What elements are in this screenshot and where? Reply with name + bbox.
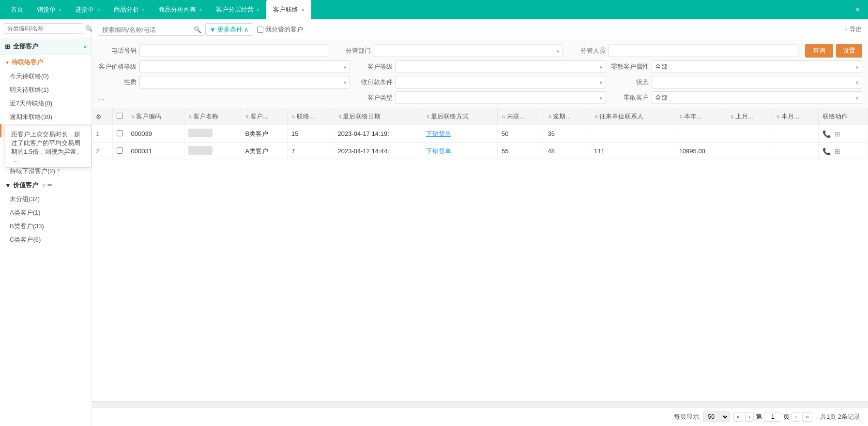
col-overdue[interactable]: 逾期... [544,108,590,125]
retail-select[interactable]: 全部 ∨ [652,91,862,104]
group-pending-contact[interactable]: ▼ 待联络客户 [0,55,91,70]
per-page-label: 每页显示 [674,412,699,421]
nav-sales[interactable]: 销货单 × [30,0,68,19]
filter-person: 分管人员 ··· [567,44,797,57]
first-page-btn[interactable]: « [733,412,744,422]
help-icon-declining[interactable]: ? [57,168,60,174]
sidebar-collapse-btn[interactable]: » [84,44,87,49]
window-close[interactable]: × [851,5,864,15]
select-all-checkbox[interactable] [117,113,123,119]
filter-row-4: ... 客户类型 ∨ 零散客户 全部 ∨ [98,91,862,104]
row-2-last-date: 2023-04-12 14:44: [334,143,422,160]
status-select[interactable]: ∨ [652,76,862,88]
filter-row-1: 电话号码 分管部门 ∨ 分管人员 ··· [98,44,862,58]
sidebar-item-tomorrow[interactable]: 明天待联络(1) [0,83,91,97]
payment-select[interactable]: ∨ [396,76,606,88]
row-1-check[interactable] [117,130,123,136]
prev-page-btn[interactable]: ‹ [745,412,754,422]
row-2-check[interactable] [117,147,123,154]
sidebar-all-customers[interactable]: ⊞ 全部客户 » [0,38,91,55]
col-code[interactable]: 客户编码 [127,108,184,125]
sidebar-item-overdue[interactable]: 逾期未联络(30) [0,110,91,124]
page-input[interactable] [764,412,781,422]
col-type[interactable]: 客户... [241,108,288,125]
nav-customer-tier[interactable]: 客户分层经营 × [209,0,266,19]
per-page-select[interactable]: 20 50 100 [703,411,730,422]
row-1-more-icon[interactable]: ⊞ [835,130,840,138]
gender-select[interactable]: ∨ [139,76,350,88]
settings-button[interactable]: 设置 [836,44,862,58]
my-customer-checkbox[interactable]: 我分管的客户 [257,25,303,34]
sidebar-item-ungroup[interactable]: 未分组(32) [0,192,91,206]
query-button[interactable]: 查询 [805,44,833,58]
row-1-last-date: 2023-04-17 14:19: [334,125,422,143]
nav-purchase[interactable]: 进货单 × [68,0,107,19]
arrow-icon: ▼ [5,60,10,65]
col-settings[interactable]: ⚙ [92,108,112,125]
col-unread[interactable]: 未联... [498,108,544,125]
close-purchase[interactable]: × [97,7,100,13]
close-sales[interactable]: × [59,7,61,13]
next-page-btn[interactable]: › [792,412,800,422]
tooltip-box: 距客户上次交易时长，超过了此客户的平均交易周期的1.5倍，则视为异常。 ... [5,126,91,168]
col-this-month[interactable]: 本月... [772,108,819,125]
close-customer-tier[interactable]: × [257,7,259,13]
retail-attr-select[interactable]: 全部 ∨ [652,60,862,73]
horizontal-scrollbar[interactable] [92,401,868,407]
col-this-year[interactable]: 本年... [675,108,726,125]
settings-icon-value[interactable]: ✏ [47,182,52,189]
sidebar-item-b-class[interactable]: B类客户(33) [0,220,91,233]
nav-customer-contact[interactable]: 客户联络 × [266,0,311,19]
last-page-btn[interactable]: » [802,412,812,422]
filter-row-3: 性质 ∨ 收付款条件 ∨ 状态 [98,76,862,88]
tooltip-more[interactable]: ... [13,156,18,163]
close-product-list[interactable]: × [199,7,202,13]
customer-table: ⚙ 客户编码 客户名称 客户... 联络... 最后联络日期 最后联络方式 未联… [92,108,868,160]
nav-product-analysis[interactable]: 商品分析 × [107,0,152,19]
level-select[interactable]: ∨ [396,60,606,73]
filter-dots[interactable]: ... [98,93,104,102]
sidebar-item-c-class[interactable]: C类客户(6) [0,233,91,247]
category-search-input[interactable] [4,23,83,34]
close-product-analysis[interactable]: × [142,7,145,13]
row-2-method-link[interactable]: 下销货单 [426,147,451,155]
table-settings-icon[interactable]: ⚙ [96,113,102,120]
close-customer-contact[interactable]: × [301,7,304,13]
row-2-last-method: 下销货单 [422,143,497,160]
person-select[interactable]: ··· [609,44,797,57]
sidebar-item-7days[interactable]: 近7天待联络(0) [0,97,91,110]
row-2-checkbox [112,143,127,160]
sidebar-search-icon[interactable]: 🔍 [85,25,92,32]
row-1-method-link[interactable]: 下销货单 [426,130,451,137]
main-search-input[interactable] [98,24,204,36]
row-1-contact-person [590,125,675,143]
export-button[interactable]: ↑ 导出 [845,25,863,34]
row-2-unread: 55 [498,143,544,160]
sidebar-item-a-class[interactable]: A类客户(1) [0,206,91,220]
customer-type-select[interactable]: ∨ [396,91,606,104]
col-last-month[interactable]: 上月... [726,108,772,125]
filter-area: 电话号码 分管部门 ∨ 分管人员 ··· [92,40,868,108]
price-select[interactable]: ∨ [139,60,350,73]
edit-icon-value[interactable]: ○ [42,182,46,189]
col-contact[interactable]: 联络... [288,108,334,125]
main-search-icon[interactable]: 🔍 [194,26,201,33]
row-2-phone-icon[interactable]: 📞 [822,147,831,155]
row-1-phone-icon[interactable]: 📞 [822,130,831,138]
group-value-customer[interactable]: ▼ 价值客户 ○ ✏ [0,178,91,192]
filter-customer-type: 客户类型 ∨ [354,91,606,104]
col-name[interactable]: 客户名称 [184,108,241,125]
status-arrow: ∨ [855,80,859,85]
row-2-code: 000031 [127,143,184,160]
col-last-date[interactable]: 最后联络日期 [334,108,422,125]
col-contact-person[interactable]: 往来单位联系人 [590,108,675,125]
more-conditions-btn[interactable]: ▼ 更多条件 ∧ [205,23,253,36]
dept-select[interactable]: ∨ [374,44,563,57]
col-last-method[interactable]: 最后联络方式 [422,108,497,125]
nav-product-list[interactable]: 商品分析列表 × [152,0,209,19]
my-customer-check[interactable] [257,27,263,33]
nav-home[interactable]: 首页 [4,0,30,19]
row-2-more-icon[interactable]: ⊞ [835,147,840,155]
phone-input[interactable] [139,44,328,57]
sidebar-item-today[interactable]: 今天待联络(0) [0,70,91,83]
